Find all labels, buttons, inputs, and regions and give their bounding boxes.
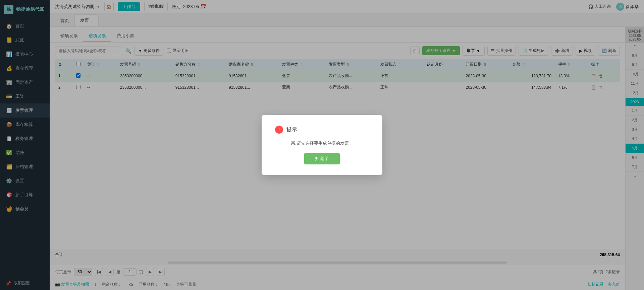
- modal-message: 亲,请先选择要生成单据的发票！: [291, 140, 353, 146]
- modal-dialog: ! 提示 亲,请先选择要生成单据的发票！ 知道了: [262, 115, 382, 175]
- modal-overlay: ! 提示 亲,请先选择要生成单据的发票！ 知道了: [0, 0, 644, 290]
- modal-warning-icon: !: [275, 126, 283, 134]
- modal-title: 提示: [286, 126, 297, 133]
- modal-confirm-button[interactable]: 知道了: [304, 153, 340, 164]
- modal-header: ! 提示: [275, 126, 297, 134]
